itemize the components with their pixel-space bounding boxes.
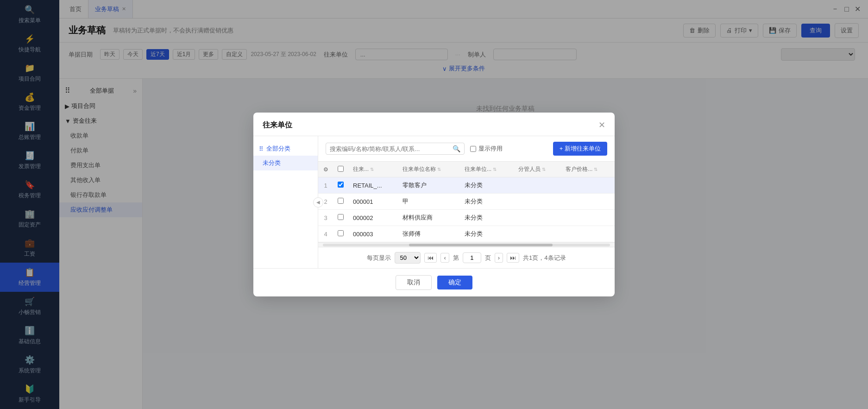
cell-name-1: 零散客户 — [398, 177, 460, 194]
search-input[interactable] — [330, 145, 450, 152]
search-box: 🔍 — [326, 143, 465, 155]
category-sort-icon: ⇅ — [493, 167, 497, 172]
left-panel-collapse-btn[interactable]: ◀ — [313, 197, 323, 208]
modal-table: ⚙ 往来... ⇅ 往来单位名 — [318, 162, 615, 242]
category-sort[interactable]: 往来单位... ⇅ — [465, 165, 509, 173]
cell-manager-3 — [514, 210, 561, 226]
last-page-button[interactable]: ⏭ — [507, 253, 519, 263]
next-page-button[interactable]: › — [495, 253, 503, 263]
th-price: 客户价格... ⇅ — [561, 162, 615, 177]
show-disabled-checkbox-label[interactable]: 显示停用 — [470, 145, 503, 153]
price-sort-icon: ⇅ — [594, 167, 598, 172]
cell-code-1: RETAIL_... — [348, 177, 398, 194]
page-prefix-label: 第 — [453, 254, 459, 262]
cancel-button[interactable]: 取消 — [396, 275, 432, 290]
scrollbar-thumb — [409, 244, 553, 246]
table-row[interactable]: 3 000002 材料供应商 未分类 — [318, 210, 615, 226]
cell-price-2 — [561, 194, 615, 210]
code-sort[interactable]: 往来... ⇅ — [353, 165, 393, 173]
show-disabled-label: 显示停用 — [478, 145, 503, 153]
th-name: 往来单位名称 ⇅ — [398, 162, 460, 177]
cell-code-3: 000002 — [348, 210, 398, 226]
modal-toolbar: 🔍 显示停用 + 新增往来单位 — [318, 136, 615, 162]
table-row[interactable]: 2 000001 甲 未分类 — [318, 194, 615, 210]
cell-manager-4 — [514, 226, 561, 242]
manager-sort[interactable]: 分管人员 ⇅ — [518, 165, 557, 173]
name-sort[interactable]: 往来单位名称 ⇅ — [403, 165, 455, 173]
per-page-label: 每页显示 — [367, 254, 391, 262]
cell-manager-2 — [514, 194, 561, 210]
category-header-label: 全部分类 — [266, 145, 290, 153]
th-manager: 分管人员 ⇅ — [514, 162, 561, 177]
table-row[interactable]: 4 000003 张师傅 未分类 — [318, 226, 615, 242]
cell-price-3 — [561, 210, 615, 226]
cell-category-1: 未分类 — [460, 177, 514, 194]
cell-check-4[interactable] — [333, 226, 348, 242]
modal-overlay: 往来单位 ✕ ⠿ 全部分类 ◀ 未分类 🔍 — [0, 0, 868, 409]
th-code: 往来... ⇅ — [348, 162, 398, 177]
cell-num-3: 3 — [318, 210, 333, 226]
cell-num-4: 4 — [318, 226, 333, 242]
modal-title: 往来单位 — [263, 120, 292, 130]
page-suffix-label: 页 — [485, 254, 491, 262]
modal-footer: 取消 确定 — [253, 268, 615, 296]
confirm-button[interactable]: 确定 — [437, 276, 472, 289]
cell-category-2: 未分类 — [460, 194, 514, 210]
modal-close-button[interactable]: ✕ — [598, 120, 605, 130]
total-info: 共1页，4条记录 — [523, 254, 566, 262]
th-checkbox — [333, 162, 348, 177]
search-icon: 🔍 — [453, 145, 460, 152]
th-category: 往来单位... ⇅ — [460, 162, 514, 177]
counterpart-table: ⚙ 往来... ⇅ 往来单位名 — [318, 162, 615, 242]
th-settings: ⚙ — [318, 162, 333, 177]
category-header[interactable]: ⠿ 全部分类 — [253, 142, 318, 156]
cell-price-4 — [561, 226, 615, 242]
cell-name-4: 张师傅 — [398, 226, 460, 242]
show-disabled-checkbox[interactable] — [470, 146, 476, 152]
cell-category-3: 未分类 — [460, 210, 514, 226]
modal-dialog: 往来单位 ✕ ⠿ 全部分类 ◀ 未分类 🔍 — [253, 113, 615, 296]
page-number-input[interactable] — [463, 252, 481, 263]
code-sort-icon: ⇅ — [370, 167, 374, 172]
select-all-checkbox[interactable] — [338, 166, 344, 172]
modal-header: 往来单位 ✕ — [253, 113, 615, 136]
scrollbar-track — [323, 244, 610, 246]
horizontal-scrollbar[interactable] — [318, 242, 615, 247]
name-sort-icon: ⇅ — [437, 167, 441, 172]
modal-left-panel: ⠿ 全部分类 ◀ 未分类 — [253, 136, 318, 268]
category-header-icon: ⠿ — [259, 145, 264, 152]
cell-category-4: 未分类 — [460, 226, 514, 242]
add-counterpart-button[interactable]: + 新增往来单位 — [553, 142, 607, 156]
prev-page-button[interactable]: ‹ — [440, 253, 449, 263]
cell-manager-1 — [514, 177, 561, 194]
first-page-button[interactable]: ⏮ — [424, 253, 437, 263]
cell-code-4: 000003 — [348, 226, 398, 242]
manager-sort-icon: ⇅ — [542, 167, 546, 172]
cell-check-1[interactable] — [333, 177, 348, 194]
cell-num-1: 1 — [318, 177, 333, 194]
cell-code-2: 000001 — [348, 194, 398, 210]
cell-name-3: 材料供应商 — [398, 210, 460, 226]
modal-right-panel: 🔍 显示停用 + 新增往来单位 ⚙ — [318, 136, 615, 268]
category-item-uncategorized[interactable]: 未分类 — [253, 156, 318, 170]
price-sort[interactable]: 客户价格... ⇅ — [566, 165, 610, 173]
table-row[interactable]: 1 RETAIL_... 零散客户 未分类 — [318, 177, 615, 194]
cell-check-3[interactable] — [333, 210, 348, 226]
per-page-select[interactable]: 501020100 — [395, 252, 421, 264]
cell-price-1 — [561, 177, 615, 194]
modal-pagination: 每页显示 501020100 ⏮ ‹ 第 页 › ⏭ 共1页，4条记录 — [318, 247, 615, 268]
table-header-row: ⚙ 往来... ⇅ 往来单位名 — [318, 162, 615, 177]
cell-check-2[interactable] — [333, 194, 348, 210]
modal-body: ⠿ 全部分类 ◀ 未分类 🔍 显示停用 — [253, 136, 615, 268]
cell-name-2: 甲 — [398, 194, 460, 210]
